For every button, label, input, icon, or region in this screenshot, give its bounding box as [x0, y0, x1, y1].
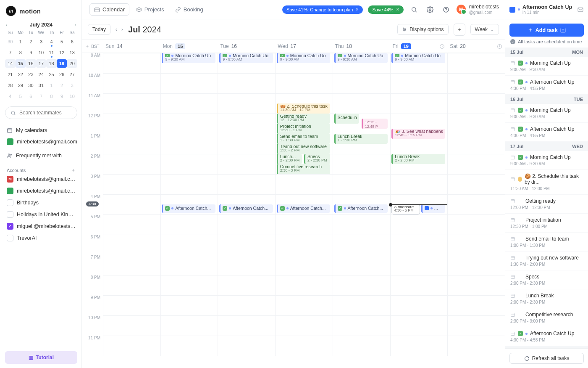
mini-cal-day[interactable]: 30 [26, 81, 36, 90]
tab-calendar[interactable]: Calendar [89, 3, 129, 16]
mini-cal-day[interactable]: 8 [46, 92, 57, 101]
next-week[interactable]: › [121, 26, 123, 32]
agenda-item[interactable]: Getting ready12:00 PM - 12:30 PM [505, 195, 588, 214]
help-button[interactable] [441, 4, 452, 15]
add-account-icon[interactable]: ＋ [71, 167, 76, 173]
mini-cal-day[interactable]: 27 [67, 70, 77, 79]
add-event-button[interactable]: ＋ [454, 24, 465, 36]
event-lunch-break[interactable]: Lunch Break2 - 2:30 PM [391, 154, 445, 164]
event-morning-catchup[interactable]: ✓ Morning Catch Up9 - 9:30 AM [162, 53, 215, 63]
mini-cal-day[interactable]: 18 [46, 59, 57, 68]
day-column[interactable] [447, 53, 505, 356]
account-row[interactable]: Mmirebelotests@gmail.com [5, 173, 77, 185]
agenda-item[interactable]: ✓Morning Catch Up9:00 AM - 9:30 AM [505, 151, 588, 170]
search-teammates[interactable] [5, 106, 77, 119]
event-afternoon-catchup[interactable]: ✓ Afternoon Catch... [219, 204, 273, 213]
event-new-software[interactable]: Trying out new software1:30 - 2 PM [277, 144, 331, 154]
day-header[interactable]: Thu18 [333, 40, 390, 53]
my-calendars[interactable]: My calendars [5, 125, 77, 136]
add-task-button[interactable]: ＋ Add task T [509, 24, 584, 37]
mini-cal-day[interactable]: 4 [5, 92, 16, 101]
brand[interactable]: m motion [5, 6, 77, 16]
mini-cal-day[interactable]: 14 [5, 59, 16, 68]
tab-projects[interactable]: Projects [132, 3, 168, 16]
mini-cal-next[interactable]: › [75, 22, 76, 27]
user-menu[interactable]: M mirebelotests @gmail.com [457, 4, 499, 15]
mini-cal-day[interactable]: 12 [57, 48, 67, 57]
day-column[interactable]: ✓ Morning Catch Up9 - 9:30 AM🎉 3. See wh… [390, 53, 448, 356]
promo-team-plan[interactable]: Save 41%: Change to team plan✕ [282, 5, 363, 14]
event-morning-catchup[interactable]: ✓ Morning Catch Up9 - 9:30 AM [334, 53, 388, 63]
search-input[interactable] [19, 110, 82, 116]
mini-cal-day[interactable]: 9 [26, 48, 36, 57]
checkbox[interactable] [7, 211, 13, 218]
mini-cal-day[interactable]: 29 [16, 81, 26, 90]
event-website[interactable]: ○ Website...4:30 - 5 PM [391, 204, 420, 214]
day-column[interactable]: ✓ Morning Catch Up9 - 9:30 AM✓ Afternoon… [275, 53, 333, 356]
mini-cal-day[interactable]: 1 [46, 81, 57, 90]
search-button[interactable] [409, 4, 420, 15]
mini-cal-day[interactable]: 10 [36, 48, 47, 57]
agenda-item[interactable]: 🍪 2. Schedule this task by dr...11:30 AM… [505, 170, 588, 195]
agenda-item[interactable]: ✓Morning Catch Up9:00 AM - 9:30 AM [505, 57, 588, 76]
tab-booking[interactable]: Booking [171, 3, 207, 16]
agenda-item[interactable]: Trying out new software1:30 PM - 2:00 PM [505, 252, 588, 270]
settings-button[interactable] [425, 4, 436, 15]
day-column[interactable] [103, 53, 160, 356]
mini-cal-day[interactable]: 6 [67, 37, 77, 46]
close-icon[interactable]: ✕ [396, 7, 399, 12]
day-header[interactable]: Mon15 [160, 40, 218, 53]
mini-cal-day[interactable]: 25 [46, 70, 57, 79]
close-icon[interactable]: ✕ [355, 7, 359, 12]
checkbox-checked[interactable]: ✓ [7, 223, 13, 230]
mini-cal-day[interactable]: 2 [26, 37, 36, 46]
agenda-item[interactable]: Send email to team1:00 PM - 1:30 PM [505, 233, 588, 252]
mini-cal-day[interactable]: 7 [5, 48, 16, 57]
mini-cal-day[interactable]: 5 [16, 92, 26, 101]
agenda-item[interactable]: Specs2:00 PM - 2:30 PM [505, 270, 588, 289]
day-header[interactable]: Fri19 [390, 40, 448, 53]
event-scheduling[interactable]: Schedulin... [334, 114, 360, 124]
event-one[interactable]: 🎉 1…12:15 - 12:45 P [362, 119, 388, 129]
event-specs[interactable]: Specs2 - 2:30 PM [304, 154, 330, 164]
event-send-email[interactable]: Send email to team1 - 1:30 PM [277, 134, 331, 144]
mini-cal-day[interactable]: 22 [16, 70, 26, 79]
agenda-item[interactable]: Lunch Break2:00 PM - 2:30 PM [505, 289, 588, 308]
promo-save[interactable]: Save 44%✕ [368, 5, 403, 14]
mini-cal-day[interactable]: 1 [16, 37, 26, 46]
mini-cal-day[interactable]: 13 [67, 48, 77, 57]
tutorial-button[interactable]: ▥ Tutorial [5, 351, 77, 364]
mini-cal-day[interactable]: 2 [57, 81, 67, 90]
checkbox[interactable] [7, 235, 13, 241]
mini-cal-day[interactable]: 5 [57, 37, 67, 46]
day-column[interactable]: ✓ Morning Catch Up9 - 9:30 AM✓ Afternoon… [218, 53, 275, 356]
checkbox[interactable] [7, 199, 13, 206]
refresh-tasks-button[interactable]: Refresh all tasks [509, 353, 584, 364]
mini-cal-day[interactable]: 9 [57, 92, 67, 101]
next-event[interactable]: Afternoon Catch Up in 11 min [509, 4, 584, 15]
mini-cal-day[interactable]: 21 [5, 70, 16, 79]
event-afternoon-catchup[interactable]: ... [421, 204, 445, 213]
mini-cal-day[interactable]: 26 [57, 70, 67, 79]
agenda-item[interactable]: ✓Afternoon Catch Up4:30 PM - 4:55 PM [505, 327, 588, 346]
event-getting-ready[interactable]: Getting ready12 - 12:30 PM [277, 114, 331, 124]
mini-cal-day[interactable]: 19 [57, 59, 67, 68]
mini-cal-day[interactable]: 11 [46, 48, 57, 57]
account-row[interactable]: mirebelotests@gmail.com [5, 185, 77, 197]
mini-cal-day[interactable]: 24 [36, 70, 47, 79]
event-schedule-task[interactable]: 🍪 2. Schedule this task...11:30 AM - 12 … [277, 103, 331, 114]
day-header[interactable]: Wed17 [275, 40, 333, 53]
calendar-view[interactable]: ＋ BSTSun14Mon15Tue16Wed17Thu18Fri19Sat20… [82, 40, 505, 368]
agenda-item[interactable]: ✓Morning Catch Up9:00 AM - 9:30 AM [505, 104, 588, 123]
mail-icon[interactable] [577, 6, 584, 13]
mini-cal-day[interactable]: 28 [5, 81, 16, 90]
cal-birthdays[interactable]: Birthdays [5, 197, 77, 209]
event-lunch-break[interactable]: Lunch Break1 - 1:30 PM [334, 134, 388, 144]
agenda-item[interactable]: Project initiation12:30 PM - 1:00 PM [505, 214, 588, 233]
agenda-item[interactable]: ✓Afternoon Catch Up4:30 PM - 4:55 PM [505, 123, 588, 142]
display-options-button[interactable]: Display options [397, 24, 448, 35]
day-header[interactable]: Sat20 [447, 40, 505, 53]
mini-cal-day[interactable]: 16 [26, 59, 36, 68]
prev-week[interactable]: ‹ [116, 26, 117, 32]
event-project-init[interactable]: Project initiation12:30 - 1 PM [277, 124, 331, 134]
